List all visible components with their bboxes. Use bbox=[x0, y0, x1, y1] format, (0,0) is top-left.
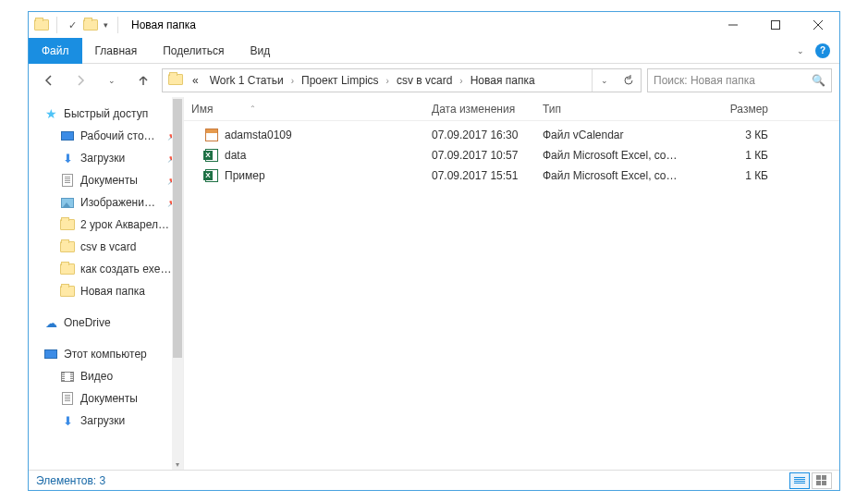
breadcrumb-0[interactable]: Work 1 Статьи bbox=[204, 69, 289, 92]
nav-label: Изображени… bbox=[80, 196, 155, 209]
sidebar-desktop[interactable]: Рабочий сто…📌 bbox=[29, 125, 183, 147]
file-date: 07.09.2017 15:51 bbox=[424, 165, 535, 186]
main-content: ★Быстрый доступ Рабочий сто…📌 ⬇Загрузки📌… bbox=[29, 97, 839, 470]
breadcrumb-1[interactable]: Проект Limpics bbox=[296, 69, 385, 92]
scrollbar-thumb[interactable] bbox=[173, 99, 182, 358]
explorer-window: ✓ ▾ Новая папка Файл Главная Поделиться … bbox=[28, 11, 840, 491]
excel-icon bbox=[204, 168, 219, 183]
status-bar: Элементов: 3 bbox=[29, 470, 839, 490]
folder-icon bbox=[34, 18, 49, 32]
properties-icon[interactable]: ✓ bbox=[65, 18, 79, 32]
file-name: Пример bbox=[225, 169, 265, 182]
up-button[interactable] bbox=[130, 67, 156, 93]
pc-icon bbox=[43, 347, 58, 361]
sidebar-onedrive[interactable]: ☁OneDrive bbox=[29, 312, 183, 334]
back-button[interactable] bbox=[36, 67, 62, 93]
item-count: Элементов: 3 bbox=[36, 474, 105, 487]
chevron-right-icon[interactable]: › bbox=[385, 76, 391, 86]
nav-label: 2 урок Акварел… bbox=[80, 218, 169, 231]
file-date: 07.09.2017 16:30 bbox=[424, 125, 535, 145]
breadcrumb-prefix[interactable]: « bbox=[187, 69, 204, 92]
folder-icon bbox=[60, 239, 75, 254]
minimize-button[interactable] bbox=[712, 12, 754, 38]
file-size: 1 КБ bbox=[702, 165, 776, 186]
sidebar-downloads-2[interactable]: ⬇Загрузки bbox=[29, 410, 183, 432]
nav-label: csv в vcard bbox=[80, 240, 136, 253]
nav-label: Новая папка bbox=[80, 285, 145, 298]
close-button[interactable] bbox=[797, 12, 839, 38]
sidebar-documents[interactable]: Документы📌 bbox=[29, 169, 183, 191]
view-details-button[interactable] bbox=[789, 472, 810, 489]
column-name[interactable]: Имя⌃ bbox=[184, 97, 424, 120]
file-date: 07.09.2017 10:57 bbox=[424, 145, 535, 165]
breadcrumb-3[interactable]: Новая папка bbox=[465, 69, 541, 92]
file-row[interactable]: adamsta010907.09.2017 16:30Файл vCalenda… bbox=[184, 125, 839, 145]
help-icon[interactable]: ? bbox=[815, 43, 830, 58]
sidebar-folder-3[interactable]: как создать exe… bbox=[29, 258, 183, 280]
qat-dropdown-icon[interactable]: ▾ bbox=[102, 20, 110, 30]
address-bar[interactable]: « Work 1 Статьи› Проект Limpics› csv в v… bbox=[162, 68, 642, 92]
sidebar-downloads[interactable]: ⬇Загрузки📌 bbox=[29, 147, 183, 169]
folder-icon bbox=[60, 262, 75, 276]
file-row[interactable]: Пример07.09.2017 15:51Файл Microsoft Exc… bbox=[184, 165, 839, 186]
column-type[interactable]: Тип bbox=[535, 97, 702, 120]
title-bar: ✓ ▾ Новая папка bbox=[29, 12, 839, 38]
maximize-button[interactable] bbox=[754, 12, 797, 38]
sidebar-video[interactable]: Видео bbox=[29, 365, 183, 387]
sidebar-folder-4[interactable]: Новая папка bbox=[29, 280, 183, 302]
nav-label: как создать exe… bbox=[80, 263, 172, 275]
nav-label: Быстрый доступ bbox=[64, 107, 148, 120]
forward-button[interactable] bbox=[67, 67, 93, 93]
nav-scrollbar[interactable]: ▾ bbox=[172, 97, 183, 470]
window-title: Новая папка bbox=[131, 18, 196, 31]
chevron-right-icon[interactable]: › bbox=[289, 76, 296, 86]
column-size[interactable]: Размер bbox=[702, 97, 776, 120]
file-row[interactable]: data07.09.2017 10:57Файл Microsoft Excel… bbox=[184, 145, 839, 165]
nav-label: Документы bbox=[80, 174, 138, 187]
tab-file[interactable]: Файл bbox=[29, 38, 82, 64]
nav-label: Этот компьютер bbox=[64, 348, 147, 361]
address-row: ⌄ « Work 1 Статьи› Проект Limpics› csv в… bbox=[29, 64, 839, 97]
sort-indicator-icon: ⌃ bbox=[250, 104, 256, 113]
recent-dropdown[interactable]: ⌄ bbox=[99, 67, 125, 93]
ribbon-tabs: Файл Главная Поделиться Вид ⌄ ? bbox=[29, 38, 839, 64]
nav-label: OneDrive bbox=[64, 316, 111, 329]
folder-icon bbox=[60, 217, 75, 232]
sidebar-quick-access[interactable]: ★Быстрый доступ bbox=[29, 103, 183, 125]
address-folder-icon bbox=[163, 74, 187, 88]
qat-folder-icon[interactable] bbox=[83, 18, 98, 32]
column-date[interactable]: Дата изменения bbox=[424, 97, 535, 120]
address-history-dropdown[interactable]: ⌄ bbox=[593, 69, 617, 92]
tab-home[interactable]: Главная bbox=[82, 38, 151, 64]
cloud-icon: ☁ bbox=[43, 315, 58, 330]
sidebar-this-pc[interactable]: Этот компьютер bbox=[29, 343, 183, 365]
view-large-button[interactable] bbox=[812, 472, 832, 489]
chevron-right-icon[interactable]: › bbox=[458, 76, 464, 86]
sidebar-folder-2[interactable]: csv в vcard bbox=[29, 236, 183, 258]
nav-label: Загрузки bbox=[80, 152, 125, 165]
folder-icon bbox=[60, 284, 75, 299]
search-icon[interactable]: 🔍 bbox=[812, 74, 825, 87]
file-size: 1 КБ bbox=[702, 145, 776, 165]
search-input[interactable] bbox=[654, 74, 812, 87]
file-name: adamsta0109 bbox=[225, 129, 292, 141]
sidebar-pictures[interactable]: Изображени…📌 bbox=[29, 191, 183, 214]
vcal-icon bbox=[204, 128, 219, 142]
ribbon-collapse-icon[interactable]: ⌄ bbox=[795, 46, 806, 55]
nav-label: Загрузки bbox=[80, 414, 125, 427]
download-icon: ⬇ bbox=[60, 413, 75, 428]
breadcrumb-2[interactable]: csv в vcard bbox=[391, 69, 458, 92]
svg-rect-1 bbox=[772, 21, 780, 30]
tab-share[interactable]: Поделиться bbox=[150, 38, 237, 64]
pictures-icon bbox=[60, 195, 75, 210]
navigation-pane: ★Быстрый доступ Рабочий сто…📌 ⬇Загрузки📌… bbox=[29, 97, 184, 470]
sidebar-folder-1[interactable]: 2 урок Акварел… bbox=[29, 214, 183, 236]
tab-view[interactable]: Вид bbox=[237, 38, 283, 64]
file-type: Файл Microsoft Excel, co… bbox=[535, 165, 702, 186]
sidebar-documents-2[interactable]: Документы bbox=[29, 387, 183, 410]
desktop-icon bbox=[60, 129, 75, 143]
refresh-button[interactable] bbox=[617, 69, 641, 92]
scrollbar-down-icon[interactable]: ▾ bbox=[172, 459, 183, 470]
document-icon bbox=[60, 391, 75, 406]
search-box[interactable]: 🔍 bbox=[647, 68, 832, 92]
